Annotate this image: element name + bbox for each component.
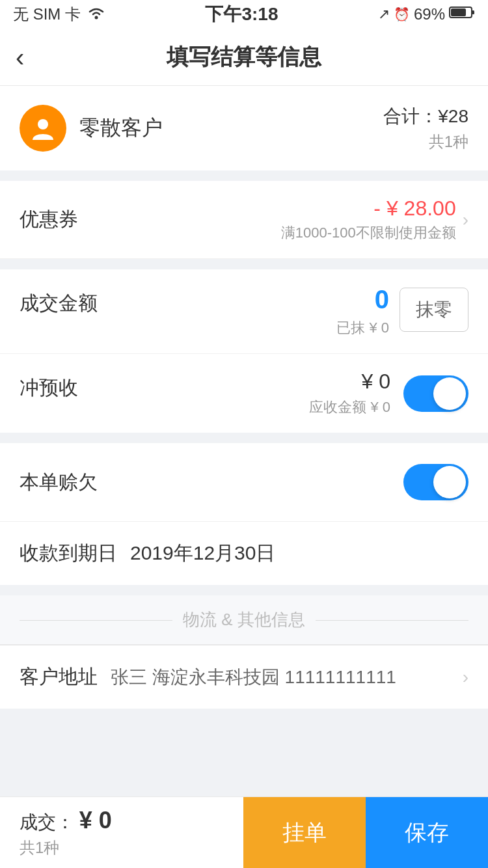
svg-point-4 [38, 119, 48, 129]
back-button[interactable]: ‹ [16, 44, 24, 70]
prepay-label: 冲预收 [20, 370, 78, 401]
address-label: 客户地址 [20, 664, 98, 690]
prepay-right: ¥ 0 应收金额 ¥ 0 [309, 370, 468, 417]
address-chevron-icon: › [463, 667, 468, 688]
deal-amount-row: 成交金额 0 已抹 ¥ 0 抹零 [0, 269, 488, 354]
customer-count: 共1种 [383, 131, 468, 152]
debt-row: 本单赊欠 [0, 443, 488, 521]
coupon-discount: - ¥ 28.00 [281, 197, 456, 221]
battery-icon [449, 5, 475, 23]
deal-amount-right: 0 已抹 ¥ 0 抹零 [336, 285, 468, 338]
hang-button[interactable]: 挂单 [243, 797, 366, 869]
debt-label: 本单赊欠 [20, 469, 98, 496]
bottom-deal-row: 成交： ¥ 0 [20, 807, 224, 835]
coupon-label: 优惠券 [20, 206, 78, 233]
content-area: 零散客户 合计：¥28 共1种 优惠券 - ¥ 28.00 满1000-100不… [0, 86, 488, 868]
logistics-header: 物流 & 其他信息 [0, 595, 488, 644]
bottom-deal-amount: ¥ 0 [79, 807, 112, 834]
status-right: ↗ ⏰ 69% [378, 5, 475, 23]
prepay-value-wrap: ¥ 0 应收金额 ¥ 0 [309, 370, 390, 417]
duedate-row: 收款到期日 2019年12月30日 [0, 521, 488, 585]
deal-amount-sub: 已抹 ¥ 0 [336, 318, 389, 338]
divider-4 [0, 585, 488, 595]
debt-toggle[interactable] [403, 464, 468, 500]
deal-amount-value: 0 [336, 285, 389, 314]
svg-rect-2 [472, 10, 474, 14]
logistics-header-text: 物流 & 其他信息 [172, 610, 316, 629]
status-bar: 无 SIM 卡 下午3:18 ↗ ⏰ 69% [0, 0, 488, 29]
address-row[interactable]: 客户地址 张三 海淀永丰科技园 11111111111 › [0, 645, 488, 709]
address-value: 张三 海淀永丰科技园 11111111111 [111, 665, 463, 690]
location-icon: ↗ [378, 6, 390, 23]
duedate-label: 收款到期日 [20, 540, 117, 567]
customer-total-area: 合计：¥28 共1种 [383, 104, 468, 152]
customer-total: 合计：¥28 [383, 104, 468, 129]
alarm-icon: ⏰ [394, 7, 410, 22]
prepay-row: 冲预收 ¥ 0 应收金额 ¥ 0 [0, 354, 488, 433]
coupon-value-wrap: - ¥ 28.00 满1000-100不限制使用金额 [281, 197, 456, 243]
svg-point-0 [95, 16, 98, 20]
coupon-right: - ¥ 28.00 满1000-100不限制使用金额 › [281, 197, 468, 243]
divider-2 [0, 259, 488, 269]
status-left: 无 SIM 卡 [13, 4, 105, 25]
round-button[interactable]: 抹零 [400, 288, 468, 332]
coupon-chevron-icon: › [463, 210, 468, 230]
customer-section: 零散客户 合计：¥28 共1种 [0, 86, 488, 170]
save-button[interactable]: 保存 [366, 797, 488, 869]
prepay-toggle[interactable] [403, 375, 468, 412]
deal-amount-label: 成交金额 [20, 285, 98, 317]
divider-3 [0, 433, 488, 443]
avatar [20, 105, 66, 152]
svg-rect-3 [451, 8, 466, 16]
duedate-value: 2019年12月30日 [130, 540, 275, 567]
customer-name: 零散客户 [79, 114, 163, 142]
bottom-deal-label: 成交： [20, 812, 74, 832]
deal-amount-value-wrap: 0 已抹 ¥ 0 [336, 285, 389, 338]
coupon-row[interactable]: 优惠券 - ¥ 28.00 满1000-100不限制使用金额 › [0, 181, 488, 259]
debt-toggle-knob [433, 466, 466, 498]
bottom-bar: 成交： ¥ 0 共1种 挂单 保存 [0, 796, 488, 868]
battery-text: 69% [414, 5, 445, 23]
customer-left: 零散客户 [20, 105, 163, 152]
wifi-icon [87, 5, 105, 23]
prepay-value: ¥ 0 [309, 370, 390, 394]
bottom-count: 共1种 [20, 837, 224, 858]
toggle-knob [433, 377, 466, 410]
nav-title: 填写结算等信息 [167, 42, 321, 72]
carrier-text: 无 SIM 卡 [13, 4, 81, 25]
bottom-info: 成交： ¥ 0 共1种 [0, 807, 243, 858]
status-time: 下午3:18 [205, 2, 278, 27]
nav-bar: ‹ 填写结算等信息 [0, 29, 488, 86]
coupon-desc: 满1000-100不限制使用金额 [281, 223, 456, 243]
divider-1 [0, 170, 488, 181]
prepay-sub: 应收金额 ¥ 0 [309, 398, 390, 417]
